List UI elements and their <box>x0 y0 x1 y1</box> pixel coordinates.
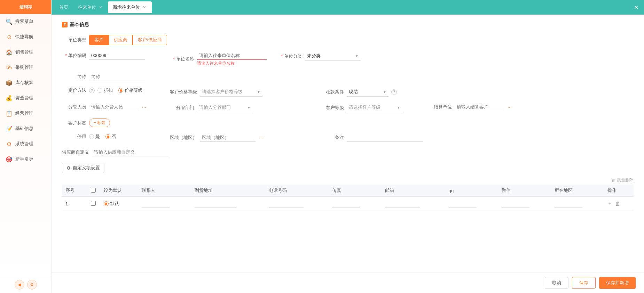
wechat-input[interactable] <box>502 200 529 208</box>
sidebar-item-label: 采购管理 <box>15 64 33 71</box>
tab-new-partner-close[interactable]: ✕ <box>142 5 147 10</box>
unit-name-input[interactable] <box>197 51 267 60</box>
sidebar-bottom: ◀ ⚙ <box>0 276 51 293</box>
sidebar-item-sales[interactable]: 🏠 销售管理 <box>0 44 51 60</box>
row-checkbox[interactable] <box>91 201 96 206</box>
unit-type-both[interactable]: 客户/供应商 <box>133 35 167 45</box>
tab-partner-close[interactable]: ✕ <box>98 5 103 10</box>
region-more-btn[interactable]: ··· <box>258 135 265 140</box>
contact-input[interactable] <box>142 200 170 208</box>
radio-grade[interactable]: 价格等级 <box>118 87 143 93</box>
batch-delete-button[interactable]: 🗑 批量删除 <box>611 177 634 183</box>
radio-no-label: 否 <box>112 133 116 140</box>
region-input[interactable] <box>200 133 256 142</box>
select-all-checkbox[interactable] <box>91 188 96 193</box>
abbr-input[interactable] <box>89 73 145 81</box>
tag-add-button[interactable]: + 标签 <box>89 119 110 127</box>
home-icon: ⊙ <box>6 33 13 40</box>
sidebar-item-label: 快捷导航 <box>15 34 33 40</box>
custom-setting-button[interactable]: ⚙ 自定义项设置 <box>62 163 104 173</box>
customer-price-select[interactable]: 请选择客户价格等级 ▼ <box>200 87 262 97</box>
supplier-custom-label: 供应商自定义 <box>62 149 89 155</box>
region-field: 区域（地区） ··· <box>170 133 309 142</box>
email-input[interactable] <box>385 200 420 208</box>
system-icon: ⚙ <box>6 140 13 147</box>
unit-code-field: 单位编码 <box>62 51 159 60</box>
radio-no[interactable]: 否 <box>105 133 116 140</box>
tab-partner[interactable]: 往来单位 ✕ <box>73 1 108 13</box>
th-default: 设为默认 <box>100 185 138 197</box>
td-phone <box>265 197 329 211</box>
unit-type-supplier[interactable]: 供应商 <box>109 35 133 45</box>
customer-level-select[interactable]: 请选择客户等级 ▼ <box>347 103 402 112</box>
abbr-row: 简称 <box>62 73 634 81</box>
supplier-custom-field: 供应商自定义 <box>62 148 168 156</box>
sidebar-item-operations[interactable]: 📋 经营管理 <box>0 106 51 121</box>
phone-input[interactable] <box>269 200 304 208</box>
main-content: 首页 往来单位 ✕ 新增往来单位 ✕ ✕ F 基本信息 单位类型 客户 供应商 … <box>52 0 644 293</box>
cancel-button[interactable]: 取消 <box>545 277 568 289</box>
sidebar-item-purchase[interactable]: 🛍 采购管理 <box>0 60 51 75</box>
batch-delete-label: 批量删除 <box>617 177 634 183</box>
tab-new-partner-label: 新增往来单位 <box>113 4 140 10</box>
sidebar-settings-btn[interactable]: ⚙ <box>27 280 37 290</box>
manager-more-btn[interactable]: ··· <box>141 104 148 110</box>
radio-discount-circle <box>97 88 102 93</box>
unit-code-input[interactable] <box>89 51 145 60</box>
department-select[interactable]: 请输入分管部门 ▼ <box>197 103 253 112</box>
unit-category-select[interactable]: 未分类 ▼ <box>305 51 361 61</box>
window-close-btn[interactable]: ✕ <box>631 4 641 11</box>
td-fax <box>329 197 382 211</box>
td-index: 1 <box>62 197 86 211</box>
supplier-custom-input[interactable] <box>92 148 168 156</box>
address-input[interactable] <box>195 200 236 208</box>
payment-help-icon[interactable]: ? <box>391 89 397 95</box>
row-region-input[interactable] <box>555 200 582 208</box>
manager-input[interactable] <box>89 103 138 111</box>
sales-icon: 🏠 <box>6 49 13 56</box>
unit-type-customer[interactable]: 客户 <box>89 35 109 45</box>
sidebar-item-quick-nav[interactable]: ⊙ 快捷导航 <box>0 29 51 44</box>
fax-input[interactable] <box>332 200 360 208</box>
abbr-field: 简称 <box>62 73 159 81</box>
row-default-radio[interactable]: 默认 <box>104 201 135 207</box>
chevron-down-icon2: ▼ <box>257 90 260 94</box>
chevron-down-icon: ▼ <box>355 54 359 58</box>
td-actions: ＋ 🗑 <box>604 197 634 211</box>
abbr-label: 简称 <box>62 74 86 80</box>
sidebar-item-label: 基础信息 <box>15 125 33 132</box>
payment-terms-select[interactable]: 现结 ▼ <box>347 87 388 97</box>
td-wechat <box>498 197 551 211</box>
customer-level-placeholder: 请选择客户等级 <box>349 104 380 111</box>
unit-category-field: 单位分类 未分类 ▼ <box>278 51 375 61</box>
tab-new-partner[interactable]: 新增往来单位 ✕ <box>108 1 152 13</box>
tag-field: 客户标签 + 标签 <box>62 119 159 127</box>
tab-home[interactable]: 首页 <box>54 1 73 13</box>
table-row: 1 默认 <box>62 197 634 211</box>
add-row-icon[interactable]: ＋ <box>607 201 612 207</box>
delete-row-icon[interactable]: 🗑 <box>615 201 620 206</box>
settlement-unit-input[interactable] <box>455 103 503 111</box>
unit-category-label: 单位分类 <box>278 53 302 59</box>
qq-input[interactable] <box>449 200 477 208</box>
settlement-more-btn[interactable]: ··· <box>506 104 513 110</box>
remark-input[interactable] <box>347 133 423 142</box>
sidebar-item-search[interactable]: 🔍 搜索菜单 <box>0 14 51 29</box>
region-label: 区域（地区） <box>170 135 197 141</box>
sidebar-item-basic-info[interactable]: 📝 基础信息 <box>0 121 51 136</box>
sidebar-expand-btn[interactable]: ◀ <box>15 280 24 290</box>
tab-home-label: 首页 <box>59 4 68 10</box>
radio-discount[interactable]: 折扣 <box>97 87 113 93</box>
save-new-button[interactable]: 保存并新增 <box>599 277 636 289</box>
radio-yes[interactable]: 是 <box>89 133 100 140</box>
sidebar-item-system[interactable]: ⚙ 系统管理 <box>0 136 51 152</box>
save-button[interactable]: 保存 <box>572 277 596 289</box>
pricing-help-icon[interactable]: ? <box>89 88 95 93</box>
sidebar-logo: 进销存 <box>0 0 51 14</box>
sidebar-item-inventory[interactable]: 📦 库存核算 <box>0 75 51 90</box>
pricing-radio-group: 折扣 价格等级 <box>97 87 143 93</box>
sidebar-item-guide[interactable]: 🎯 新手引导 <box>0 152 51 167</box>
remark-label: 备注 <box>320 135 344 141</box>
radio-grade-label: 价格等级 <box>125 87 143 93</box>
sidebar-item-finance[interactable]: 💰 资金管理 <box>0 90 51 106</box>
